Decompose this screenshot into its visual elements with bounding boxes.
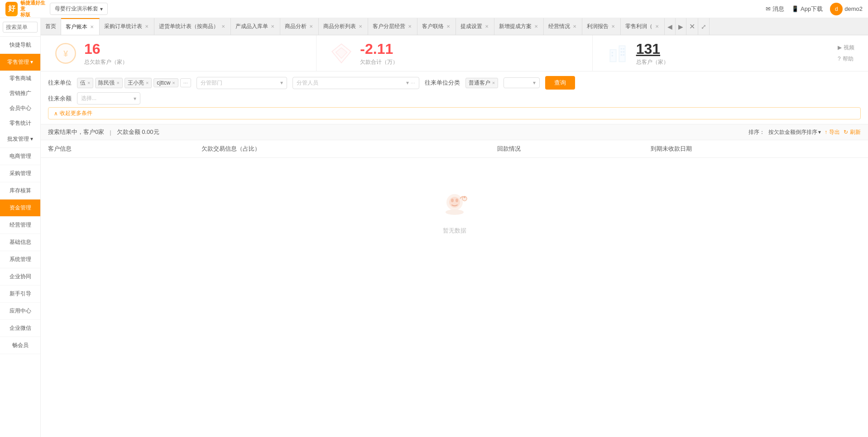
result-sort: 排序： 按欠款金额倒序排序 ▾ ↑ 导出 ↻ 刷新 [748,128,861,136]
message-btn[interactable]: ✉ 消息 [766,5,784,13]
tab-profit-report[interactable]: 利润报告 ✕ [582,18,621,35]
remove-wang-btn[interactable]: × [146,80,149,86]
more-unit-tags-btn[interactable]: ··· [180,78,191,87]
filter-area: 往来单位 伍 × 陈民强 × 王小亮 [41,71,868,124]
balance-filter-select[interactable]: 选择... ▾ [77,92,140,104]
tab-new-promotion-plan[interactable]: 新增提成方案 ✕ [494,18,544,35]
stats-row: ¥ 16 总欠款客户（家） [41,35,868,71]
tab-close-customer-contact[interactable]: ✕ [446,24,451,29]
sidebar-item-member-center[interactable]: 会员中心 [0,101,40,116]
sidebar-item-app-center[interactable]: 应用中心 [0,303,40,320]
tab-operations[interactable]: 经营情况 ✕ [544,18,582,35]
tab-promotion-settings[interactable]: 提成设置 ✕ [456,18,494,35]
remove-wu-btn[interactable]: × [87,80,90,86]
export-btn[interactable]: ↑ 导出 [825,128,840,136]
tab-fullscreen[interactable]: ⤢ [698,18,710,35]
col-due-date: 到期未收款日期 [643,140,868,158]
sidebar: 快捷导航 零售管理 ▾ 零售商城 营销推广 会员中心 零售统计 批发管理 ▾ 电… [0,18,41,437]
category-tag-normal: 普通客户 × [465,78,498,88]
sidebar-item-operations-mgmt[interactable]: 经营管理 [0,217,40,234]
tab-close-retail-profit[interactable]: ✕ [654,24,660,29]
sidebar-item-enterprise-wechat[interactable]: 企业微信 [0,320,40,337]
tab-close-inbound-stats[interactable]: ✕ [221,24,226,29]
sidebar-item-new-guide[interactable]: 新手引导 [0,285,40,303]
tab-customer-tier[interactable]: 客户分层经营 ✕ [368,18,417,35]
person-more-icon: ··· [411,80,415,86]
account-dropdown[interactable]: 母婴行业演示帐套 ▾ [50,3,108,15]
tab-close-new-promotion-plan[interactable]: ✕ [533,24,539,29]
app-download-btn[interactable]: 📱 App下载 [791,5,823,13]
stat-helper-buttons: ▶ 视频 ? 帮助 [838,44,854,63]
sidebar-item-ecommerce-mgmt[interactable]: 电商管理 [0,148,40,165]
tab-product-inbound[interactable]: 产成品入库单 ✕ [231,18,280,35]
tab-product-analysis[interactable]: 商品分析 ✕ [280,18,319,35]
tab-close-product-analysis-list[interactable]: ✕ [358,24,363,29]
tab-close-purchase-order-stats[interactable]: ✕ [144,24,149,29]
sidebar-item-system-mgmt[interactable]: 系统管理 [0,251,40,268]
tab-close-product-inbound[interactable]: ✕ [270,24,275,29]
sidebar-search-area [0,18,40,37]
sidebar-item-quick-nav[interactable]: 快捷导航 [0,37,40,54]
diamond-icon [330,42,353,65]
result-info-bar: 搜索结果中，客户0家 | 欠款金额 0.00元 排序： 按欠款金额倒序排序 ▾ … [41,124,868,140]
refresh-icon: ↻ [844,129,848,135]
user-menu[interactable]: d demo2 [830,3,863,15]
tab-close-promotion-settings[interactable]: ✕ [484,24,489,29]
tab-close-operations[interactable]: ✕ [572,24,577,29]
table-header-row: 客户信息 欠款交易信息（占比） 回款情况 到期未收款日期 [41,140,868,158]
tab-purchase-order-stats[interactable]: 采购订单统计表 ✕ [100,18,154,35]
search-menu-input[interactable] [3,22,38,33]
remove-cjttcw-btn[interactable]: × [172,80,175,86]
dept-chevron-icon: ▾ [280,80,283,86]
stat-total-customers-label: 总客户（家） [636,58,669,66]
tab-close-product-analysis[interactable]: ✕ [308,24,314,29]
sidebar-item-basic-info[interactable]: 基础信息 [0,234,40,251]
remove-chen-btn[interactable]: × [116,80,119,86]
person-filter-select[interactable]: 分管人员 ▾ ··· [293,77,419,89]
building-icon [606,42,629,65]
sidebar-item-wholesale-mgmt[interactable]: 批发管理 ▾ [0,131,40,148]
sidebar-item-enterprise-coop[interactable]: 企业协同 [0,268,40,285]
tab-inbound-stats[interactable]: 进货单统计表（按商品） ✕ [154,18,231,35]
sidebar-item-retail-mall[interactable]: 零售商城 [0,71,40,86]
logo-icon: 好 [5,2,18,16]
sort-select[interactable]: 按欠款金额倒序排序 ▾ [768,128,821,136]
refresh-btn[interactable]: ↻ 刷新 [844,128,861,136]
tab-close-all[interactable]: ✕ [686,18,698,35]
tab-customer-contact[interactable]: 客户联络 ✕ [417,18,456,35]
empty-state: 暂无数据 [41,158,868,253]
stat-overdue-amount: -2.11 欠款合计（万） [317,35,592,71]
collapse-btn[interactable]: ∧ 收起更多条件 [48,107,861,119]
empty-icon [436,185,473,221]
sidebar-item-retail-mgmt[interactable]: 零售管理 ▾ [0,54,40,71]
sidebar-item-member[interactable]: 畅会员 [0,337,40,354]
video-help-btn[interactable]: ▶ 视频 [838,44,854,52]
tab-home[interactable]: 首页 [41,18,61,35]
sidebar-item-retail-stats[interactable]: 零售统计 [0,116,40,131]
category-filter-select[interactable]: ▾ [504,77,540,88]
query-button[interactable]: 查询 [545,76,575,90]
tab-nav-next[interactable]: ▶ [676,18,686,35]
help-btn[interactable]: ? 帮助 [838,55,854,63]
collapse-area: ∧ 收起更多条件 [48,107,861,119]
sidebar-item-capital-mgmt[interactable]: 资金管理 [0,200,40,217]
result-count-text: 搜索结果中，客户0家 [48,128,104,136]
tab-close-profit-report[interactable]: ✕ [610,24,616,29]
remove-normal-customer-btn[interactable]: × [492,80,495,86]
stat-overdue-customers-info: 16 总欠款客户（家） [84,41,128,66]
top-bar-right: ✉ 消息 📱 App下载 d demo2 [766,3,863,15]
tab-nav-prev[interactable]: ◀ [665,18,676,35]
sidebar-item-purchase-mgmt[interactable]: 采购管理 [0,165,40,182]
tab-product-analysis-list[interactable]: 商品分析列表 ✕ [319,18,368,35]
tab-close-customer-accounts[interactable]: ✕ [89,24,95,30]
stat-overdue-customers: ¥ 16 总欠款客户（家） [41,35,317,71]
balance-filter-label: 往来余额 [48,95,72,103]
sidebar-item-inventory-check[interactable]: 库存核算 [0,182,40,200]
tab-retail-profit[interactable]: 零售利润（ ✕ [621,18,665,35]
sidebar-item-marketing[interactable]: 营销推广 [0,86,40,101]
tab-customer-accounts[interactable]: 客户账本 ✕ [61,18,100,35]
data-table: 客户信息 欠款交易信息（占比） 回款情况 到期未收款日期 [41,140,868,158]
filter-row-1: 往来单位 伍 × 陈民强 × 王小亮 [48,76,861,90]
tab-close-customer-tier[interactable]: ✕ [407,24,412,29]
dept-filter-select[interactable]: 分管部门 ▾ [197,77,287,89]
